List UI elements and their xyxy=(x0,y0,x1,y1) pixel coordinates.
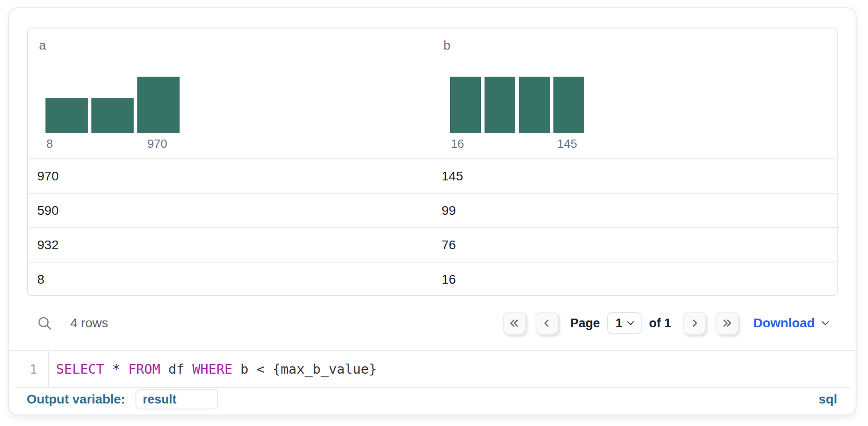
column-header-b[interactable]: b 16 145 xyxy=(433,28,837,158)
column-histogram-b xyxy=(450,77,584,133)
search-icon xyxy=(36,315,53,331)
cell-a: 970 xyxy=(28,169,433,184)
chevron-right-icon xyxy=(688,317,700,329)
previous-page-button[interactable] xyxy=(535,312,558,335)
cell-b: 99 xyxy=(433,203,837,218)
histogram-bar xyxy=(45,98,88,133)
sql-token: * xyxy=(104,361,128,377)
histogram-min-label: 8 xyxy=(46,137,53,151)
cell-a: 590 xyxy=(28,203,433,218)
row-count-label: 4 rows xyxy=(70,316,108,331)
sql-editor[interactable]: 1 SELECT * FROM df WHERE b < {max_b_valu… xyxy=(9,351,856,387)
histogram-min-label: 16 xyxy=(451,137,464,151)
download-button[interactable]: Download xyxy=(753,316,831,331)
cell-a: 932 xyxy=(28,238,433,252)
cell-b: 16 xyxy=(433,272,837,287)
histogram-bar xyxy=(553,77,584,133)
cell-b: 145 xyxy=(433,169,837,184)
chevrons-right-icon xyxy=(721,317,733,329)
result-table: a 8 970 b 16 145 970 145 590 99 xyxy=(27,28,838,296)
search-button[interactable] xyxy=(36,315,53,331)
histogram-axis-labels: 16 145 xyxy=(450,133,584,149)
sql-token: FROM xyxy=(128,361,160,377)
line-number: 1 xyxy=(9,362,48,376)
column-label: a xyxy=(39,39,433,52)
histogram-axis-labels: 8 970 xyxy=(45,133,180,149)
histogram-bar xyxy=(519,77,550,133)
page-label: Page xyxy=(570,316,600,331)
table-footer: 4 rows Page 1 of 1 xyxy=(27,296,838,350)
page-total-label: of 1 xyxy=(649,316,671,331)
last-page-button[interactable] xyxy=(716,312,738,335)
histogram-bar xyxy=(137,77,180,133)
cell-a: 8 xyxy=(28,272,433,287)
language-badge: sql xyxy=(819,392,837,407)
sql-token: SELECT xyxy=(56,361,104,377)
download-label: Download xyxy=(753,316,815,331)
histogram-bar xyxy=(450,77,481,133)
table-row: 932 76 xyxy=(28,227,837,262)
first-page-button[interactable] xyxy=(503,312,526,335)
output-variable-label: Output variable: xyxy=(27,392,125,407)
table-row: 970 145 xyxy=(28,158,837,193)
chevron-down-icon xyxy=(819,317,831,329)
column-histogram-a xyxy=(45,77,180,133)
next-page-button[interactable] xyxy=(683,312,706,335)
page-select-value: 1 xyxy=(615,316,622,331)
page-select[interactable]: 1 xyxy=(607,312,642,334)
sql-token: WHERE xyxy=(192,361,232,377)
chevrons-left-icon xyxy=(508,317,520,329)
cell-b: 76 xyxy=(433,238,837,252)
table-row: 8 16 xyxy=(28,262,837,296)
histogram-bar xyxy=(91,98,134,133)
chevron-left-icon xyxy=(541,317,553,329)
column-header-a[interactable]: a 8 970 xyxy=(28,28,433,158)
histogram-max-label: 970 xyxy=(147,137,167,151)
sql-token: b < {max_b_value} xyxy=(232,361,377,377)
sql-token: df xyxy=(160,361,192,377)
output-variable-input[interactable] xyxy=(135,389,218,409)
sql-cell-card: a 8 970 b 16 145 970 145 590 99 xyxy=(8,7,857,415)
histogram-max-label: 145 xyxy=(557,137,577,151)
chevron-down-icon xyxy=(625,318,636,329)
histogram-bar xyxy=(485,77,515,133)
output-variable-row: Output variable: sql xyxy=(9,388,856,415)
table-header-row: a 8 970 b 16 145 xyxy=(28,28,837,158)
sql-code-line[interactable]: SELECT * FROM df WHERE b < {max_b_value} xyxy=(49,361,377,377)
table-row: 590 99 xyxy=(28,193,837,227)
pagination: Page 1 of 1 Download xyxy=(503,312,831,335)
column-label: b xyxy=(444,39,837,52)
